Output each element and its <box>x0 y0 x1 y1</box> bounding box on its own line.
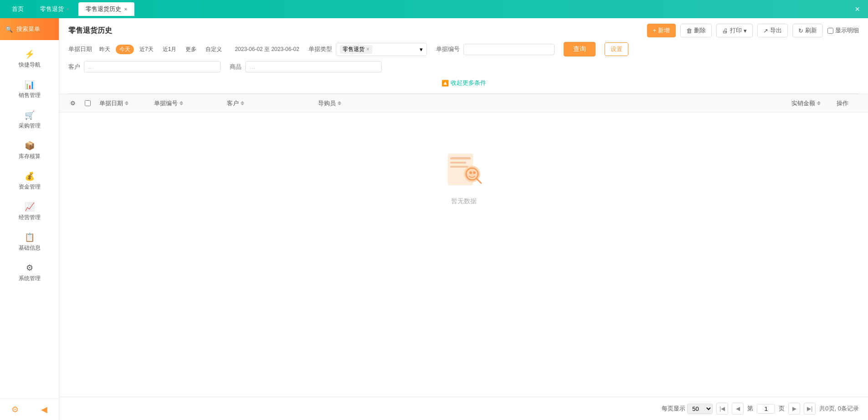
th-customer[interactable]: 客户 <box>223 99 314 108</box>
collapse-up-icon: 🔼 <box>442 80 449 87</box>
th-number[interactable]: 单据编号 <box>150 99 223 108</box>
window-close-button[interactable]: × <box>851 5 863 14</box>
tab-retail-return-history-close[interactable]: × <box>124 6 127 12</box>
type-tag-close[interactable]: × <box>366 46 370 52</box>
sidebar-footer: ⚙ ◀ <box>0 399 59 420</box>
finance-icon: 💰 <box>25 171 35 181</box>
guide-sort-down <box>338 103 341 105</box>
sidebar-item-finance-label: 资金管理 <box>19 183 41 191</box>
tab-retail-return-close[interactable]: × <box>67 6 69 12</box>
content-area: 零售退货历史 + 新增 🗑 删除 🖨 打印 ▾ ↗ <box>59 18 868 420</box>
sidebar-item-operations-label: 经营管理 <box>19 214 41 221</box>
toolbar: + 新增 🗑 删除 🖨 打印 ▾ ↗ 导出 <box>647 24 859 37</box>
print-button-label: 打印 <box>730 26 742 35</box>
svg-rect-3 <box>450 166 468 168</box>
basic-info-icon: 📋 <box>25 232 35 242</box>
setting-button-label: 设置 <box>611 45 622 53</box>
guide-sort-up <box>338 101 341 103</box>
settings-footer-icon[interactable]: ⚙ <box>11 405 19 415</box>
sidebar-search-label: 搜索菜单 <box>16 25 40 33</box>
date-filter-label: 单据日期 <box>68 45 92 53</box>
sidebar-item-basic-info[interactable]: 📋 基础信息 <box>0 227 59 257</box>
date-opt-custom[interactable]: 自定义 <box>202 45 226 54</box>
th-customer-label: 客户 <box>227 99 239 108</box>
tab-retail-return-history[interactable]: 零售退货历史 × <box>78 2 134 16</box>
total-info: 共0页, 0条记录 <box>819 405 859 413</box>
number-filter-label: 单据编号 <box>436 45 460 53</box>
quicknav-icon: ⚡ <box>25 49 35 59</box>
date-options: 昨天 今天 近7天 近1月 更多 自定义 <box>96 45 226 54</box>
th-date[interactable]: 单据日期 <box>96 99 150 108</box>
date-opt-yesterday[interactable]: 昨天 <box>96 45 114 54</box>
number-sort-up <box>180 101 183 103</box>
tab-retail-return[interactable]: 零售退货 × <box>33 2 77 16</box>
table-header: ⚙ 单据日期 单据编号 <box>59 94 868 113</box>
delete-icon: 🗑 <box>686 27 692 34</box>
page-size-label: 每页显示 <box>662 405 685 413</box>
sidebar-item-operations[interactable]: 📈 经营管理 <box>0 196 59 227</box>
collapse-sidebar-icon[interactable]: ◀ <box>41 405 47 415</box>
query-button[interactable]: 查询 <box>564 42 596 56</box>
delete-button[interactable]: 🗑 删除 <box>680 24 712 37</box>
inventory-icon: 📦 <box>25 141 35 151</box>
date-sort-down <box>125 103 128 105</box>
collapse-filter-button[interactable]: 🔼 收起更多条件 <box>442 77 486 89</box>
select-all-checkbox[interactable] <box>85 100 91 106</box>
page-number-input[interactable] <box>757 404 775 414</box>
date-opt-7days[interactable]: 近7天 <box>136 45 157 54</box>
svg-line-6 <box>477 179 481 183</box>
show-detail-checkbox-label[interactable]: 显示明细 <box>827 26 859 35</box>
last-page-button[interactable]: ▶| <box>804 403 816 415</box>
page-header: 零售退货历史 + 新增 🗑 删除 🖨 打印 ▾ ↗ <box>59 18 868 94</box>
page-size-select[interactable]: 20 50 100 <box>687 404 713 414</box>
prev-page-button[interactable]: ◀ <box>732 403 744 415</box>
export-button[interactable]: ↗ 导出 <box>757 24 788 37</box>
page-title-row: 零售退货历史 + 新增 🗑 删除 🖨 打印 ▾ ↗ <box>68 24 859 37</box>
main-layout: 🔍 搜索菜单 ⚡ 快捷导航 📊 销售管理 🛒 采购管理 📦 库存核算 💰 <box>0 18 868 420</box>
goods-select[interactable]: … <box>245 61 382 72</box>
refresh-icon: ↻ <box>798 27 803 34</box>
filter-number: 单据编号 <box>436 44 555 55</box>
next-page-button[interactable]: ▶ <box>788 403 800 415</box>
sidebar-item-quicknav-label: 快捷导航 <box>19 61 41 69</box>
sidebar-item-quicknav[interactable]: ⚡ 快捷导航 <box>0 44 59 74</box>
type-filter-label: 单据类型 <box>308 45 332 53</box>
customer-select[interactable]: … <box>84 61 221 72</box>
th-checkbox[interactable] <box>81 100 96 106</box>
date-opt-more[interactable]: 更多 <box>182 45 200 54</box>
pagination-bar: 每页显示 20 50 100 |◀ ◀ 第 页 ▶ ▶| 共0页, 0条记录 <box>59 397 868 420</box>
show-detail-checkbox[interactable] <box>827 28 833 34</box>
empty-text: 暂无数据 <box>451 197 477 205</box>
customer-sort-down <box>241 103 244 105</box>
th-settings[interactable]: ⚙ <box>67 100 81 107</box>
new-button[interactable]: + 新增 <box>647 24 676 37</box>
setting-button[interactable]: 设置 <box>605 42 628 56</box>
sidebar-item-purchase[interactable]: 🛒 采购管理 <box>0 105 59 135</box>
svg-rect-2 <box>450 162 466 164</box>
refresh-button[interactable]: ↻ 刷新 <box>792 24 823 37</box>
tab-home-label: 首页 <box>12 5 24 13</box>
filter-goods: 商品 … <box>230 61 382 72</box>
amount-sort-down <box>817 103 821 105</box>
date-opt-1month[interactable]: 近1月 <box>159 45 180 54</box>
sidebar-item-sales[interactable]: 📊 销售管理 <box>0 74 59 105</box>
th-guide[interactable]: 导购员 <box>314 99 369 108</box>
first-page-button[interactable]: |◀ <box>716 403 728 415</box>
th-number-label: 单据编号 <box>154 99 178 108</box>
sidebar-item-finance[interactable]: 💰 资金管理 <box>0 166 59 196</box>
number-input[interactable] <box>463 44 555 55</box>
page-title: 零售退货历史 <box>68 26 112 36</box>
page-size-area: 每页显示 20 50 100 <box>662 404 713 414</box>
number-sort-icon <box>180 101 183 105</box>
print-button[interactable]: 🖨 打印 ▾ <box>716 24 753 37</box>
type-select[interactable]: 零售退货 × ▾ <box>336 43 427 56</box>
sidebar-item-inventory[interactable]: 📦 库存核算 <box>0 135 59 166</box>
show-detail-label: 显示明细 <box>835 26 859 35</box>
sidebar-search[interactable]: 🔍 搜索菜单 <box>0 18 59 40</box>
sidebar-item-system[interactable]: ⚙ 系统管理 <box>0 257 59 288</box>
date-opt-today[interactable]: 今天 <box>116 45 134 54</box>
type-tag-label: 零售退货 <box>343 46 365 53</box>
tab-list: 首页 零售退货 × 零售退货历史 × <box>5 2 851 16</box>
th-amount[interactable]: 实销金额 <box>369 99 824 108</box>
tab-home[interactable]: 首页 <box>5 2 31 16</box>
